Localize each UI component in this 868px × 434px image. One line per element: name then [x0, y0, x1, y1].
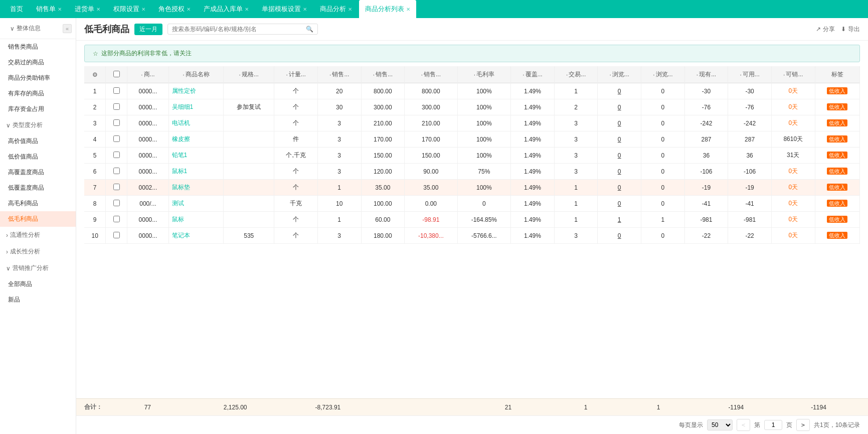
col-code[interactable]: ·商...	[127, 66, 168, 83]
sidebar-collapse-button[interactable]: «	[63, 24, 72, 33]
sidebar-group-marketing[interactable]: ∨ 营销推广分析	[0, 260, 76, 276]
nav-close-icon[interactable]: ✕	[187, 7, 191, 12]
sidebar-item-category-rate[interactable]: 商品分类助销率	[0, 70, 76, 86]
search-input[interactable]	[172, 26, 303, 33]
col-tag[interactable]: 标签	[815, 66, 859, 83]
cell-checkbox[interactable]	[106, 228, 127, 244]
sidebar-item-stock-capital[interactable]: 库存资金占用	[0, 101, 76, 117]
sidebar-group-growth[interactable]: › 成长性分析	[0, 243, 76, 260]
sidebar-item-traded-goods[interactable]: 交易过的商品	[0, 55, 76, 70]
nav-item-analysis[interactable]: 商品分析 ✕	[314, 0, 358, 18]
nav-item-sales[interactable]: 销售单 ✕	[30, 0, 68, 18]
col-sales[interactable]: ·销售...	[405, 66, 457, 83]
cell-checkbox[interactable]	[106, 212, 127, 228]
cell-name[interactable]: 吴细细1	[168, 99, 224, 115]
cell-name[interactable]: 笔记本	[168, 228, 224, 244]
sidebar-group-circulation[interactable]: › 流通性分析	[0, 227, 76, 243]
col-qty[interactable]: ·销售...	[317, 66, 361, 83]
cell-spec	[224, 212, 274, 228]
col-checkbox[interactable]	[106, 66, 127, 83]
cell-name[interactable]: 鼠标垫	[168, 180, 224, 196]
cell-views1: 0	[598, 115, 641, 131]
cell-checkbox[interactable]	[106, 83, 127, 99]
cell-spec: 参加复试	[224, 99, 274, 115]
col-available[interactable]: ·可用...	[728, 66, 772, 83]
table-container[interactable]: ⚙ ·商... ·商品名称 ·规格...	[76, 62, 868, 398]
cell-unit: 个	[274, 212, 318, 228]
cell-checkbox[interactable]	[106, 164, 127, 180]
nav-close-icon[interactable]: ✕	[141, 7, 145, 12]
col-settings[interactable]: ⚙	[84, 66, 106, 83]
nav-item-roles[interactable]: 角色授权 ✕	[152, 0, 197, 18]
cell-checkbox[interactable]	[106, 115, 127, 131]
col-spec[interactable]: ·规格...	[224, 66, 274, 83]
search-icon[interactable]: 🔍	[306, 26, 313, 33]
cell-sales: 90.00	[405, 164, 457, 180]
cell-name[interactable]: 橡皮擦	[168, 131, 224, 148]
cell-no: 2	[84, 99, 106, 115]
cell-checkbox[interactable]	[106, 99, 127, 115]
col-gross-margin[interactable]: ·毛利率	[457, 66, 511, 83]
cell-checkbox[interactable]	[106, 196, 127, 212]
col-unit[interactable]: ·计量...	[274, 66, 318, 83]
cell-checkbox[interactable]	[106, 180, 127, 196]
export-button[interactable]: ⬇ 导出	[841, 25, 860, 34]
nav-item-analysis-list[interactable]: 商品分析列表 ✕	[359, 0, 416, 18]
nav-close-icon[interactable]: ✕	[96, 7, 100, 12]
nav-item-inventory[interactable]: 产成品入库单 ✕	[198, 0, 255, 18]
table-row: 1 0000... 属性定价 个 20 800.00 800.00 100% 1…	[84, 83, 860, 99]
sidebar-item-in-stock[interactable]: 有库存的商品	[0, 86, 76, 101]
cell-name[interactable]: 测试	[168, 196, 224, 212]
cell-name[interactable]: 属性定价	[168, 83, 224, 99]
col-current[interactable]: ·现有...	[684, 66, 728, 83]
nav-item-purchase[interactable]: 进货单 ✕	[69, 0, 106, 18]
nav-close-icon[interactable]: ✕	[348, 7, 352, 12]
cell-checkbox[interactable]	[106, 131, 127, 148]
cell-name[interactable]: 鼠标	[168, 212, 224, 228]
col-coverage[interactable]: ·覆盖...	[511, 66, 555, 83]
sidebar-item-all-goods[interactable]: 全部商品	[0, 276, 76, 292]
cell-name[interactable]: 铅笔1	[168, 148, 224, 164]
sidebar-item-high-margin[interactable]: 高毛利商品	[0, 196, 76, 211]
next-page-button[interactable]: ＞	[796, 419, 810, 431]
cell-name[interactable]: 鼠标1	[168, 164, 224, 180]
cell-checkbox[interactable]	[106, 148, 127, 164]
nav-close-icon[interactable]: ✕	[58, 7, 62, 12]
prev-page-button[interactable]: ＜	[737, 419, 750, 431]
sidebar-item-sales-goods[interactable]: 销售类商品	[0, 39, 76, 55]
nav-label: 产成品入库单	[204, 5, 243, 14]
nav-item-template[interactable]: 单据模板设置 ✕	[256, 0, 313, 18]
per-page-select[interactable]: 50 10 20 100	[707, 419, 733, 430]
data-table: ⚙ ·商... ·商品名称 ·规格...	[84, 66, 860, 244]
sidebar-group-type[interactable]: ∨ 类型度分析	[0, 117, 76, 133]
sidebar-item-low-value[interactable]: 低价值商品	[0, 149, 76, 165]
col-transactions[interactable]: ·交易...	[554, 66, 598, 83]
total-qty: 77	[132, 404, 162, 411]
cell-views1: 1	[598, 212, 641, 228]
nav-item-permissions[interactable]: 权限设置 ✕	[107, 0, 151, 18]
nav-close-icon[interactable]: ✕	[303, 7, 307, 12]
date-filter-button[interactable]: 近一月	[134, 24, 162, 35]
nav-close-icon[interactable]: ✕	[245, 7, 249, 12]
share-icon: ↗	[816, 26, 821, 33]
cell-coverage: 1.49%	[511, 148, 555, 164]
col-views2[interactable]: ·浏览...	[641, 66, 685, 83]
col-name[interactable]: ·商品名称	[168, 66, 224, 83]
cell-name[interactable]: 电话机	[168, 115, 224, 131]
sidebar-item-high-value[interactable]: 高价值商品	[0, 133, 76, 149]
sidebar-group-overall[interactable]: ∨ 整体信息	[4, 20, 47, 37]
sidebar-item-low-margin[interactable]: 低毛利商品	[0, 211, 76, 227]
cell-available: -106	[728, 164, 772, 180]
col-sellable[interactable]: ·可销...	[771, 66, 815, 83]
select-all-checkbox[interactable]	[113, 71, 120, 77]
share-button[interactable]: ↗ 分享	[816, 25, 835, 34]
page-number-input[interactable]	[764, 420, 782, 430]
sidebar-item-new-goods[interactable]: 新品	[0, 292, 76, 308]
nav-item-home[interactable]: 首页	[4, 0, 29, 18]
sidebar-item-high-coverage[interactable]: 高覆盖度商品	[0, 165, 76, 180]
nav-close-icon[interactable]: ✕	[406, 7, 410, 12]
sidebar-item-low-coverage[interactable]: 低覆盖度商品	[0, 180, 76, 196]
col-views1[interactable]: ·浏览...	[598, 66, 641, 83]
cell-gross-margin: 75%	[457, 164, 511, 180]
col-price[interactable]: ·销售...	[361, 66, 405, 83]
